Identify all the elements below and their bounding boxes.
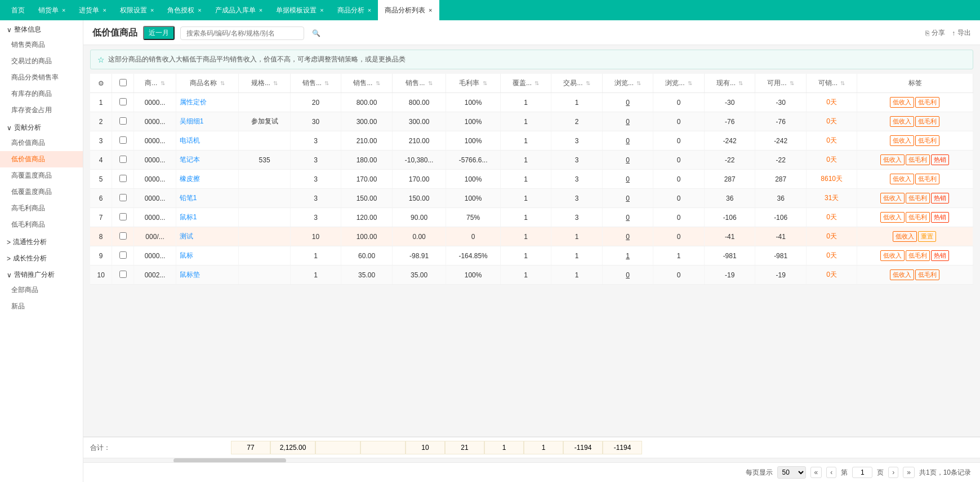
table-row[interactable]: 7 0000... 鼠标1 3 120.00 90.00 75% 1 3 0 0… bbox=[90, 208, 973, 227]
table-row[interactable]: 4 0000... 笔记本 535 3 180.00 -10,380... -5… bbox=[90, 151, 973, 170]
col-coverage[interactable]: 覆盖... ⇅ bbox=[500, 74, 551, 93]
col-settings[interactable]: ⚙ bbox=[90, 74, 112, 93]
table-row[interactable]: 2 0000... 吴细细1 参加复试 30 300.00 300.00 100… bbox=[90, 112, 973, 131]
close-icon[interactable]: × bbox=[103, 7, 106, 14]
page-size-select[interactable]: 50 100 200 bbox=[777, 466, 806, 479]
col-spec[interactable]: 规格... ⇅ bbox=[239, 74, 290, 93]
row-browse1[interactable]: 0 bbox=[602, 170, 653, 189]
table-row[interactable]: 1 0000... 属性定价 20 800.00 800.00 100% 1 1… bbox=[90, 93, 973, 112]
row-browse1[interactable]: 0 bbox=[602, 131, 653, 151]
sidebar-group-contribution[interactable]: ∨ 贡献分析 bbox=[0, 118, 83, 135]
col-name[interactable]: 商品名称 ⇅ bbox=[176, 74, 239, 93]
sidebar-item-inventory-capital[interactable]: 库存资金占用 bbox=[0, 102, 83, 118]
select-all-checkbox[interactable] bbox=[119, 79, 127, 86]
search-input[interactable] bbox=[180, 26, 304, 40]
sidebar-item-category-rate[interactable]: 商品分类销售率 bbox=[0, 69, 83, 86]
row-select-checkbox[interactable] bbox=[119, 194, 127, 201]
row-checkbox[interactable] bbox=[112, 131, 134, 151]
col-amt2[interactable]: 销售... ⇅ bbox=[392, 74, 446, 93]
row-checkbox[interactable] bbox=[112, 93, 134, 112]
sidebar-group-overall[interactable]: ∨ 整体信息 bbox=[0, 20, 83, 37]
period-button[interactable]: 近一月 bbox=[143, 26, 175, 40]
nav-purchase[interactable]: 进货单 × bbox=[72, 0, 113, 20]
sidebar-item-high-coverage[interactable]: 高覆盖度商品 bbox=[0, 167, 83, 184]
close-icon[interactable]: × bbox=[259, 7, 262, 14]
row-checkbox[interactable] bbox=[112, 112, 134, 131]
col-avail[interactable]: 可用... ⇅ bbox=[755, 74, 807, 93]
row-checkbox[interactable] bbox=[112, 189, 134, 208]
table-row[interactable]: 10 0002... 鼠标垫 1 35.00 35.00 100% 1 1 0 … bbox=[90, 266, 973, 285]
sidebar-item-all-products[interactable]: 全部商品 bbox=[0, 282, 83, 298]
row-browse1[interactable]: 0 bbox=[602, 151, 653, 170]
row-name[interactable]: 鼠标垫 bbox=[176, 266, 239, 285]
sidebar-item-low-value[interactable]: 低价值商品 bbox=[0, 151, 83, 167]
row-name[interactable]: 属性定价 bbox=[176, 93, 239, 112]
sidebar-group-marketing[interactable]: ∨ 营销推广分析 bbox=[0, 266, 83, 282]
sidebar-item-sales-products[interactable]: 销售类商品 bbox=[0, 37, 83, 53]
row-name[interactable]: 吴细细1 bbox=[176, 112, 239, 131]
share-button[interactable]: ⎘ 分享 bbox=[925, 28, 945, 38]
nav-product-analysis-list[interactable]: 商品分析列表 × bbox=[378, 0, 439, 20]
row-select-checkbox[interactable] bbox=[119, 232, 127, 240]
row-name[interactable]: 测试 bbox=[176, 227, 239, 246]
row-checkbox[interactable] bbox=[112, 208, 134, 227]
nav-permissions[interactable]: 权限设置 × bbox=[113, 0, 161, 20]
col-trade[interactable]: 交易... ⇅ bbox=[551, 74, 603, 93]
row-checkbox[interactable] bbox=[112, 246, 134, 266]
col-browse2[interactable]: 浏览... ⇅ bbox=[653, 74, 705, 93]
first-page-button[interactable]: « bbox=[810, 467, 822, 478]
row-checkbox[interactable] bbox=[112, 151, 134, 170]
row-select-checkbox[interactable] bbox=[119, 117, 127, 125]
row-checkbox[interactable] bbox=[112, 170, 134, 189]
sidebar-item-high-value[interactable]: 高价值商品 bbox=[0, 135, 83, 151]
nav-roles[interactable]: 角色授权 × bbox=[161, 0, 208, 20]
sidebar-item-low-coverage[interactable]: 低覆盖度商品 bbox=[0, 184, 83, 200]
table-container[interactable]: ⚙ 商... ⇅ 商品名称 ⇅ 规格... ⇅ 销售... ⇅ 销售... ⇅ … bbox=[90, 74, 973, 436]
row-browse1[interactable]: 1 bbox=[602, 246, 653, 266]
sidebar-item-new-products[interactable]: 新品 bbox=[0, 298, 83, 315]
close-icon[interactable]: × bbox=[150, 7, 154, 14]
col-qty[interactable]: 销售... ⇅ bbox=[290, 74, 341, 93]
table-row[interactable]: 6 0000... 铅笔1 3 150.00 150.00 100% 1 3 0… bbox=[90, 189, 973, 208]
close-icon[interactable]: × bbox=[198, 7, 201, 14]
row-browse1[interactable]: 0 bbox=[602, 227, 653, 246]
nav-template[interactable]: 单据模板设置 × bbox=[269, 0, 330, 20]
table-row[interactable]: 5 0000... 橡皮擦 3 170.00 170.00 100% 1 3 0… bbox=[90, 170, 973, 189]
col-stock[interactable]: 现有... ⇅ bbox=[704, 74, 755, 93]
row-browse1[interactable]: 0 bbox=[602, 189, 653, 208]
col-checkbox[interactable] bbox=[112, 74, 134, 93]
row-name[interactable]: 橡皮擦 bbox=[176, 170, 239, 189]
last-page-button[interactable]: » bbox=[903, 467, 915, 478]
row-select-checkbox[interactable] bbox=[119, 156, 127, 163]
row-select-checkbox[interactable] bbox=[119, 175, 127, 182]
row-name[interactable]: 电话机 bbox=[176, 131, 239, 151]
row-select-checkbox[interactable] bbox=[119, 271, 127, 278]
close-icon[interactable]: × bbox=[320, 7, 323, 14]
nav-sales[interactable]: 销货单 × bbox=[32, 0, 72, 20]
sidebar-item-stocked-products[interactable]: 有库存的商品 bbox=[0, 86, 83, 102]
page-input[interactable] bbox=[852, 467, 872, 478]
row-browse1[interactable]: 0 bbox=[602, 208, 653, 227]
close-icon[interactable]: × bbox=[62, 7, 65, 14]
export-button[interactable]: ↑ 导出 bbox=[952, 28, 971, 38]
table-row[interactable]: 8 000/... 测试 10 100.00 0.00 0 1 1 0 0 -4… bbox=[90, 227, 973, 246]
row-name[interactable]: 笔记本 bbox=[176, 151, 239, 170]
row-name[interactable]: 鼠标1 bbox=[176, 208, 239, 227]
row-checkbox[interactable] bbox=[112, 227, 134, 246]
row-name[interactable]: 铅笔1 bbox=[176, 189, 239, 208]
row-select-checkbox[interactable] bbox=[119, 251, 127, 259]
row-browse1[interactable]: 0 bbox=[602, 112, 653, 131]
sidebar-item-traded-products[interactable]: 交易过的商品 bbox=[0, 53, 83, 69]
row-select-checkbox[interactable] bbox=[119, 136, 127, 144]
row-checkbox[interactable] bbox=[112, 266, 134, 285]
close-icon[interactable]: × bbox=[368, 7, 371, 14]
col-amt1[interactable]: 销售... ⇅ bbox=[341, 74, 393, 93]
row-browse1[interactable]: 0 bbox=[602, 266, 653, 285]
sidebar-item-low-margin[interactable]: 低毛利商品 bbox=[0, 216, 83, 233]
table-row[interactable]: 3 0000... 电话机 3 210.00 210.00 100% 1 3 0… bbox=[90, 131, 973, 151]
col-code[interactable]: 商... ⇅ bbox=[134, 74, 176, 93]
next-page-button[interactable]: › bbox=[888, 467, 898, 478]
nav-production[interactable]: 产成品入库单 × bbox=[208, 0, 269, 20]
row-name[interactable]: 鼠标 bbox=[176, 246, 239, 266]
prev-page-button[interactable]: ‹ bbox=[826, 467, 836, 478]
